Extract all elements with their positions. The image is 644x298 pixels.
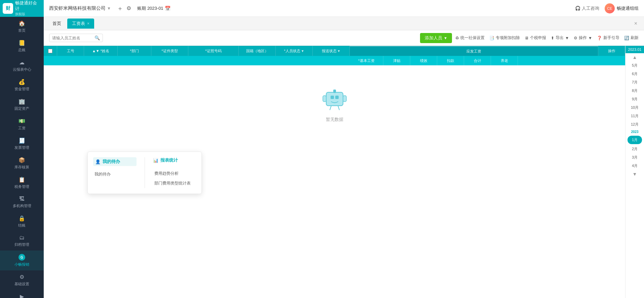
- th-checkbox[interactable]: [44, 46, 57, 56]
- popup-todo-title: 👤 我的待办: [93, 157, 137, 166]
- svg-rect-4: [323, 96, 326, 102]
- popup-item-my-todo[interactable]: 我的待办: [93, 169, 137, 179]
- sidebar-label-basic: 基础设置: [14, 282, 29, 287]
- th-dept: *部门: [118, 46, 151, 56]
- add-person-chevron-icon: ▼: [444, 36, 447, 40]
- invoice-icon: 🧾: [18, 137, 25, 144]
- add-company-button[interactable]: ＋: [117, 4, 123, 12]
- select-all-checkbox[interactable]: [48, 49, 52, 53]
- window-close-button[interactable]: ×: [632, 19, 640, 28]
- sidebar-item-archive[interactable]: 🗂 归档管理: [0, 231, 44, 251]
- th-name: ▲▼ *姓名: [84, 46, 118, 56]
- timeline-month-8[interactable]: 8月: [626, 87, 644, 95]
- timeline-month-10[interactable]: 10月: [626, 103, 644, 112]
- sidebar-item-salary[interactable]: 💵 工资: [0, 114, 44, 134]
- th-base-salary: *基本工资: [350, 56, 383, 65]
- th-num: 工号: [57, 46, 84, 56]
- timeline-month-12[interactable]: 12月: [626, 120, 644, 129]
- sidebar-item-closing[interactable]: 🔒 结账: [0, 212, 44, 231]
- search-input[interactable]: [52, 36, 92, 40]
- logo-text: 畅捷通好会计: [15, 0, 41, 12]
- timeline-month-4[interactable]: 4月: [626, 162, 644, 170]
- guide-icon: ▶: [20, 293, 24, 298]
- th-pension: 养老: [491, 56, 518, 65]
- cloud-icon: ☁: [19, 59, 25, 66]
- support-button[interactable]: 🎧 人工咨询: [575, 5, 599, 11]
- tab-home[interactable]: 首页: [48, 19, 66, 29]
- home-icon: 🏠: [18, 20, 25, 27]
- toolbar-actions: ♻ 统一社保设置 📑 专项附加扣除 🖥 个税申报 ⬆ 导出 ▼ ⚙: [455, 35, 639, 41]
- timeline-month-11[interactable]: 11月: [626, 112, 644, 120]
- sidebar-item-fixed-assets[interactable]: 🏢 固定资产: [0, 95, 44, 114]
- timeline: 2023.01 ▲ 5月 6月 7月 8月 9月 10月 11月 12月 202…: [625, 46, 644, 298]
- sidebar-item-xiaochang[interactable]: G 小畅报销: [0, 251, 44, 270]
- social-insurance-action[interactable]: ♻ 统一社保设置: [455, 35, 485, 41]
- user-menu[interactable]: CE 畅捷通组组: [605, 3, 639, 13]
- timeline-month-3[interactable]: 3月: [626, 153, 644, 162]
- sidebar-item-inventory[interactable]: 📦 库存核算: [0, 154, 44, 173]
- salary-icon: 💵: [18, 118, 25, 124]
- sidebar-item-home[interactable]: 🏠 首页: [0, 17, 44, 36]
- sidebar-item-cloud-report[interactable]: ☁ 云报表中心: [0, 56, 44, 75]
- sidebar-label-multi-org: 多机构管理: [13, 203, 31, 208]
- th-cert-type: *证件类型: [151, 46, 188, 56]
- fund-icon: 💰: [18, 79, 25, 85]
- search-icon: 🔍: [94, 35, 100, 40]
- sidebar-label-home: 首页: [18, 28, 26, 33]
- main-area: 西安虾米网络科技有限公司 ▼ ＋ ⚙ 账期 2023-01 📅 🎧 人工咨询 C…: [44, 0, 644, 298]
- sidebar-label-closing: 结账: [18, 223, 26, 228]
- sidebar-item-tax[interactable]: 📋 税务管理: [0, 173, 44, 193]
- ledger-icon: 📒: [18, 40, 25, 46]
- refresh-label: 刷新: [631, 35, 639, 41]
- popup-item-dept-cost[interactable]: 部门费用类型统计表: [153, 178, 196, 188]
- sidebar-item-invoice[interactable]: 🧾 发票管理: [0, 134, 44, 154]
- timeline-month-7[interactable]: 7月: [626, 78, 644, 87]
- sidebar-item-guide[interactable]: ▶ 新手引导: [0, 290, 44, 298]
- tax-report-action[interactable]: 🖥 个税申报: [525, 35, 546, 41]
- operations-action[interactable]: ⚙ 操作 ▼: [574, 35, 592, 41]
- person-status-filter-icon[interactable]: ▼: [301, 49, 304, 53]
- timeline-month-9[interactable]: 9月: [626, 95, 644, 103]
- calendar-icon[interactable]: 📅: [165, 6, 171, 11]
- refresh-action[interactable]: 🔄 刷新: [624, 35, 639, 41]
- timeline-month-5[interactable]: 5月: [626, 61, 644, 70]
- export-chevron-icon: ▼: [565, 36, 569, 40]
- sidebar-label-salary: 工资: [18, 126, 26, 131]
- sidebar-item-fund[interactable]: 💰 资金管理: [0, 75, 44, 95]
- sidebar-item-basic[interactable]: ⚙ 基础设置: [0, 270, 44, 290]
- sidebar-item-ledger[interactable]: 📒 总账: [0, 36, 44, 56]
- company-name: 西安虾米网络科技有限公司: [49, 5, 106, 11]
- guide-action[interactable]: ❓ 新手引导: [597, 35, 619, 41]
- tab-close-icon[interactable]: ×: [87, 21, 89, 26]
- closing-icon: 🔒: [18, 215, 25, 222]
- th-report-status: 报送状态 ▼: [313, 46, 350, 56]
- sidebar-label-cloud: 云报表中心: [13, 67, 31, 72]
- timeline-month-6[interactable]: 6月: [626, 70, 644, 78]
- svg-rect-0: [326, 92, 343, 106]
- svg-rect-3: [333, 90, 336, 93]
- timeline-down-button[interactable]: ▼: [626, 170, 644, 178]
- xiaochang-icon: G: [18, 254, 25, 261]
- sidebar-label-assets: 固定资产: [14, 106, 29, 111]
- timeline-month-2[interactable]: 2月: [626, 145, 644, 153]
- timeline-up-button[interactable]: ▲: [626, 53, 644, 61]
- settings-icon[interactable]: ⚙: [126, 5, 131, 11]
- export-action[interactable]: ⬆ 导出 ▼: [551, 35, 569, 41]
- report-status-filter-icon[interactable]: ▼: [337, 49, 341, 53]
- company-selector[interactable]: 西安虾米网络科技有限公司 ▼: [49, 5, 111, 11]
- sidebar-item-multi-org[interactable]: 🏗 多机构管理: [0, 193, 44, 212]
- assets-icon: 🏢: [18, 98, 25, 105]
- tab-salary-table[interactable]: 工资表 ×: [67, 19, 94, 29]
- popup-report-icon: 📊: [153, 158, 158, 163]
- social-insurance-label: 统一社保设置: [460, 35, 485, 41]
- logo-icon: 财: [3, 3, 13, 14]
- tax-icon: 📋: [18, 176, 25, 183]
- add-person-button[interactable]: 添加人员 ▼: [420, 33, 452, 43]
- special-deduct-action[interactable]: 📑 专项附加扣除: [489, 35, 520, 41]
- timeline-month-1[interactable]: 1月: [628, 136, 642, 144]
- archive-icon: 🗂: [19, 235, 25, 241]
- timeline-year-2023: 2023: [626, 129, 644, 135]
- export-icon: ⬆: [551, 36, 554, 40]
- tax-report-label: 个税申报: [530, 35, 546, 41]
- popup-item-cost-trend[interactable]: 费用趋势分析: [153, 169, 196, 178]
